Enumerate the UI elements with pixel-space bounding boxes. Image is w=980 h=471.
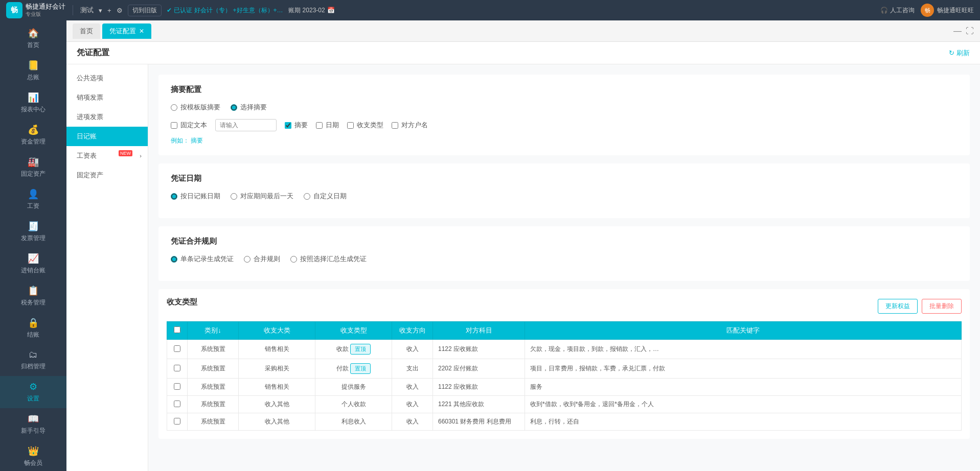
minimize-btn[interactable]: — [953, 27, 962, 36]
radio-diary-date-input[interactable] [171, 193, 177, 200]
sidebar-item-home[interactable]: 🏠 首页 [0, 22, 66, 55]
radio-template[interactable]: 按模板版摘要 [171, 103, 220, 112]
sidebar-item-tax[interactable]: 📋 税务管理 [0, 280, 66, 312]
radio-period-last[interactable]: 对应期间最后一天 [231, 192, 293, 201]
sidebar-item-invoice[interactable]: 🧾 发票管理 [0, 216, 66, 248]
radio-template-input[interactable] [171, 104, 177, 111]
sidebar-item-funds[interactable]: 💰 资金管理 [0, 119, 66, 151]
row-check-0[interactable] [167, 340, 188, 359]
member-icon: 👑 [28, 445, 39, 457]
row-check-3[interactable] [167, 396, 188, 413]
sidebar-item-reports[interactable]: 📊 报表中心 [0, 87, 66, 119]
company-dropdown[interactable]: ▾ [99, 7, 102, 14]
table-row: 系统预置 销售相关 提供服务 收入 1122 应收账款 服务 [167, 379, 962, 396]
check-income-type-input[interactable] [347, 122, 354, 129]
radio-custom-date[interactable]: 自定义日期 [304, 192, 347, 201]
sidebar-item-archive[interactable]: 🗂 归档管理 [0, 344, 66, 376]
radio-summary-total[interactable]: 按照选择汇总生成凭证 [290, 254, 367, 264]
col-check[interactable] [167, 322, 188, 340]
radio-merge-rule[interactable]: 合并规则 [244, 254, 280, 264]
row-account-2: 1122 应收账款 [433, 379, 525, 396]
nav-item-payroll[interactable]: 工资表 NEW › [66, 146, 148, 166]
sidebar-item-assets[interactable]: 🏭 固定资产 [0, 151, 66, 183]
check-summary[interactable]: 摘要 [285, 121, 308, 130]
fixed-text-input[interactable] [215, 119, 277, 131]
service-btn[interactable]: 🎧 人工咨询 [880, 6, 915, 15]
radio-merge-rule-input[interactable] [244, 256, 250, 263]
radio-diary-date[interactable]: 按日记账日期 [171, 192, 220, 201]
sidebar-item-stock[interactable]: 📈 进销台账 [0, 248, 66, 280]
summary-config-title: 摘要配置 [171, 85, 958, 95]
select-all-checkbox[interactable] [174, 326, 180, 333]
sidebar-item-ledger[interactable]: 📒 总账 [0, 55, 66, 87]
radio-period-last-input[interactable] [231, 193, 237, 200]
radio-select[interactable]: 选择摘要 [231, 103, 267, 112]
nav-item-fixed-assets[interactable]: 固定资产 [66, 166, 148, 185]
nav-item-purchase-invoice[interactable]: 进项发票 [66, 107, 148, 127]
check-date[interactable]: 日期 [316, 121, 339, 130]
sidebar-item-member[interactable]: 👑 畅会员 [0, 440, 66, 471]
maximize-btn[interactable]: ⛶ [966, 27, 974, 36]
row-checkbox-0[interactable] [174, 345, 180, 352]
sidebar-item-close[interactable]: 🔒 结账 [0, 312, 66, 344]
voucher-date-section: 凭证日期 按日记账日期 对应期间最后一天 自定义日期 [158, 163, 970, 218]
radio-select-input[interactable] [231, 104, 237, 111]
update-btn[interactable]: 更新权益 [878, 299, 918, 314]
nav-item-diary[interactable]: 日记账 [66, 127, 148, 146]
row-direction-0: 收入 [392, 340, 433, 359]
row-checkbox-3[interactable] [174, 401, 180, 407]
check-counterpart-input[interactable] [392, 122, 398, 129]
main-content: 摘要配置 按模板版摘要 选择摘要 [148, 64, 980, 471]
switch-old-btn[interactable]: 切到旧版 [128, 5, 162, 16]
table-row: 系统预置 销售相关 收款 置顶 收入 1122 应收账款 欠款，现金，项目款，到… [167, 340, 962, 359]
table-row: 系统预置 采购相关 付款 置顶 支出 2202 应付账款 项目，日常费用，报销款… [167, 359, 962, 379]
tab-close-btn[interactable]: ✕ [139, 28, 144, 35]
nav-item-sales-invoice[interactable]: 销项发票 [66, 88, 148, 107]
check-date-input[interactable] [316, 122, 323, 129]
calendar-icon[interactable]: 📅 [327, 7, 335, 14]
check-counterpart[interactable]: 对方户名 [392, 121, 428, 130]
settings-icon[interactable]: ⚙ [117, 7, 123, 14]
check-summary-input[interactable] [285, 122, 291, 129]
checkbox-row: 固定文本 摘要 日期 收支类型 [171, 119, 958, 131]
sidebar-label-invoice: 发票管理 [21, 234, 45, 243]
left-nav: 公共选项 销项发票 进项发票 日记账 工资表 NEW › 固定资产 [66, 64, 148, 471]
row-check-1[interactable] [167, 359, 188, 379]
row-account-3: 1221 其他应收款 [433, 396, 525, 413]
stock-icon: 📈 [28, 253, 39, 264]
tab-home[interactable]: 首页 [73, 23, 100, 39]
tab-voucher-config[interactable]: 凭证配置 ✕ [102, 23, 151, 39]
sidebar-item-guide[interactable]: 📖 新手引导 [0, 408, 66, 440]
radio-single-record[interactable]: 单条记录生成凭证 [171, 254, 234, 264]
radio-summary-total-input[interactable] [290, 256, 297, 263]
nav-item-public[interactable]: 公共选项 [66, 68, 148, 88]
row-checkbox-1[interactable] [174, 365, 180, 371]
status-bar: ✔ 已认证 好会计（专） +好生意（标）+… [167, 6, 283, 15]
logo: 畅 畅捷通好会计 专业版 [6, 2, 65, 18]
col-account: 对方科目 [433, 322, 525, 340]
add-icon[interactable]: + [107, 7, 111, 14]
check-fixed-text-input[interactable] [171, 122, 177, 129]
row-checkbox-4[interactable] [174, 418, 180, 425]
salary-icon: 👤 [28, 189, 39, 200]
row-keywords-3: 收到*借款，收到*备用金，退回*备用金，个人 [525, 396, 962, 413]
radio-single-record-input[interactable] [171, 256, 177, 263]
delete-btn[interactable]: 批量删除 [922, 299, 962, 314]
company-name: 测试 [80, 6, 94, 15]
check-fixed-text[interactable]: 固定文本 [171, 121, 207, 130]
radio-custom-date-input[interactable] [304, 193, 310, 200]
sidebar-item-salary[interactable]: 👤 工资 [0, 183, 66, 216]
row-check-4[interactable] [167, 413, 188, 431]
row-major-3: 收入其他 [239, 396, 315, 413]
table-action-btns: 更新权益 批量删除 [878, 299, 962, 314]
refresh-btn[interactable]: ↻ 刷新 [949, 49, 970, 58]
type-tag-btn-0[interactable]: 置顶 [350, 344, 371, 355]
sidebar-item-settings[interactable]: ⚙ 设置 [0, 376, 66, 408]
user-menu[interactable]: 畅 畅捷通旺旺旺 [921, 4, 974, 17]
type-tag-btn-1[interactable]: 置顶 [350, 363, 371, 374]
check-income-type[interactable]: 收支类型 [347, 121, 383, 130]
income-expense-title: 收支类型 [167, 297, 197, 307]
expand-icon: › [140, 153, 142, 159]
row-check-2[interactable] [167, 379, 188, 396]
row-checkbox-2[interactable] [174, 383, 180, 390]
